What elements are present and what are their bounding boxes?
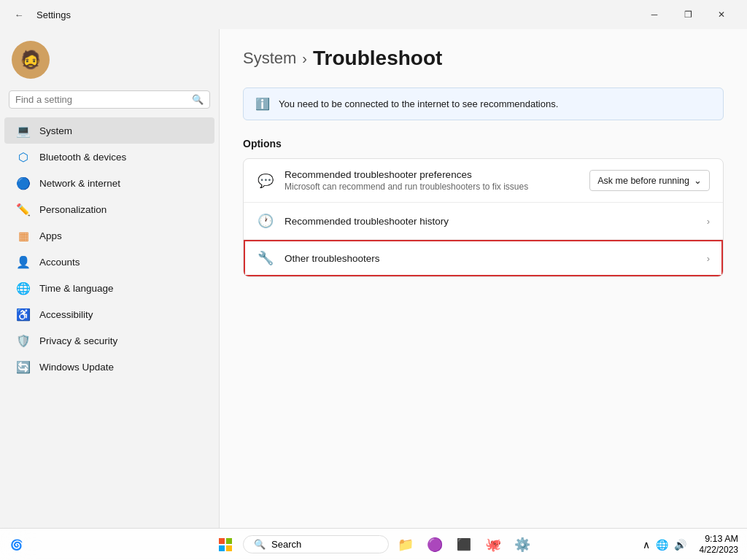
taskbar-left: 🌀: [9, 537, 24, 552]
svg-rect-0: [219, 538, 225, 544]
windows-logo-icon: [219, 538, 232, 551]
language-icon[interactable]: 🌐: [654, 537, 670, 552]
main-container: 🧔 🔍 💻 System ⬡ Bluetooth & devices 🔵 Net…: [0, 29, 747, 528]
sidebar-item-personalization[interactable]: ✏️ Personalization: [4, 196, 214, 222]
window-title: Settings: [36, 9, 71, 20]
sidebar-item-bluetooth[interactable]: ⬡ Bluetooth & devices: [4, 144, 214, 170]
clock-date: 4/22/2023: [700, 545, 738, 556]
maximize-button[interactable]: ❐: [671, 3, 705, 26]
clock-time: 9:13 AM: [700, 533, 738, 545]
chevron-down-icon: ⌄: [694, 175, 702, 186]
chevron-right-icon-2: ›: [707, 253, 710, 264]
info-icon: ℹ️: [255, 97, 270, 111]
taskbar-app-dev[interactable]: ⬛: [452, 532, 476, 557]
user-avatar-section: 🧔: [0, 35, 219, 90]
sidebar-item-update[interactable]: 🔄 Windows Update: [4, 354, 214, 380]
breadcrumb: System › Troubleshoot: [243, 47, 724, 70]
sidebar-item-accounts[interactable]: 👤 Accounts: [4, 249, 214, 275]
taskbar-app-github[interactable]: 🐙: [481, 532, 506, 557]
sidebar-item-label-privacy: Privacy & security: [39, 335, 117, 346]
time-icon: 🌐: [16, 281, 31, 295]
sidebar: 🧔 🔍 💻 System ⬡ Bluetooth & devices 🔵 Net…: [0, 29, 219, 528]
options-container: 💬 Recommended troubleshooter preferences…: [243, 158, 724, 277]
recommended-history-title: Recommended troubleshooter history: [285, 216, 697, 227]
search-icon: 🔍: [192, 94, 204, 105]
taskbar-right: ∧ 🌐 🔊 9:13 AM 4/22/2023: [641, 533, 738, 556]
back-button[interactable]: ←: [9, 4, 29, 25]
option-recommended-history[interactable]: 🕐 Recommended troubleshooter history ›: [244, 203, 723, 240]
option-recommended-prefs[interactable]: 💬 Recommended troubleshooter preferences…: [244, 159, 723, 203]
close-button[interactable]: ✕: [705, 3, 738, 26]
taskbar-app-settings[interactable]: ⚙️: [510, 532, 535, 557]
taskbar: 🌀 🔍 Search 📁 🟣 ⬛ 🐙 ⚙️ ∧ 🌐 🔊: [0, 528, 747, 560]
privacy-icon: 🛡️: [16, 333, 31, 348]
sidebar-item-label-accounts: Accounts: [39, 257, 80, 268]
sidebar-item-network[interactable]: 🔵 Network & internet: [4, 170, 214, 196]
ask-before-running-dropdown[interactable]: Ask me before running ⌄: [589, 170, 710, 191]
other-troubleshooters-content: Other troubleshooters: [285, 253, 697, 264]
accessibility-icon: ♿: [16, 307, 31, 322]
start-button[interactable]: [212, 532, 239, 558]
settings-search-box[interactable]: 🔍: [9, 90, 210, 109]
bluetooth-icon: ⬡: [16, 149, 31, 164]
system-clock[interactable]: 9:13 AM 4/22/2023: [700, 533, 738, 556]
breadcrumb-separator: ›: [302, 50, 307, 67]
taskbar-center: 🔍 Search 📁 🟣 ⬛ 🐙 ⚙️: [212, 532, 535, 558]
info-banner: ℹ️ You need to be connected to the inter…: [243, 88, 724, 120]
recommended-history-content: Recommended troubleshooter history: [285, 216, 697, 227]
recommended-prefs-content: Recommended troubleshooter preferences M…: [285, 169, 579, 192]
svg-rect-3: [226, 545, 232, 551]
sidebar-item-label-apps: Apps: [39, 230, 62, 241]
taskbar-app-teams[interactable]: 🟣: [422, 532, 447, 557]
taskbar-search-label: Search: [271, 539, 301, 550]
taskbar-search-icon: 🔍: [254, 539, 266, 550]
sidebar-item-label-time: Time & language: [39, 283, 114, 294]
sidebar-item-label-personalization: Personalization: [39, 204, 107, 215]
accounts-icon: 👤: [16, 254, 31, 269]
breadcrumb-current: Troubleshoot: [313, 47, 442, 70]
sidebar-item-label-network: Network & internet: [39, 178, 120, 189]
svg-rect-2: [219, 545, 225, 551]
personalization-icon: ✏️: [16, 202, 31, 217]
taskbar-search-bar[interactable]: 🔍 Search: [243, 535, 389, 553]
network-icon: 🔵: [16, 176, 31, 190]
wrench-icon: 🔧: [257, 250, 274, 266]
minimize-button[interactable]: ─: [638, 3, 671, 26]
update-icon: 🔄: [16, 359, 31, 374]
sidebar-item-time[interactable]: 🌐 Time & language: [4, 275, 214, 301]
history-icon: 🕐: [257, 213, 274, 229]
sidebar-item-system[interactable]: 💻 System: [4, 117, 214, 144]
info-text: You need to be connected to the internet…: [279, 98, 558, 109]
taskbar-edge-icon[interactable]: 🌀: [9, 537, 24, 552]
dropdown-label: Ask me before running: [597, 176, 689, 186]
other-troubleshooters-title: Other troubleshooters: [285, 253, 697, 264]
nav-list: 💻 System ⬡ Bluetooth & devices 🔵 Network…: [0, 117, 219, 380]
sidebar-item-label-bluetooth: Bluetooth & devices: [39, 152, 126, 163]
titlebar: ← Settings ─ ❐ ✕: [0, 0, 747, 29]
content-area: System › Troubleshoot ℹ️ You need to be …: [219, 29, 747, 528]
system-tray: ∧ 🌐 🔊: [641, 537, 688, 552]
sidebar-item-apps[interactable]: ▦ Apps: [4, 222, 214, 249]
apps-icon: ▦: [16, 228, 31, 243]
recommended-prefs-subtitle: Microsoft can recommend and run troubles…: [285, 182, 579, 192]
options-label: Options: [243, 138, 724, 149]
tray-arrow-icon[interactable]: ∧: [641, 537, 651, 552]
sidebar-item-privacy[interactable]: 🛡️ Privacy & security: [4, 327, 214, 354]
system-icon: 💻: [16, 123, 31, 138]
taskbar-app-files[interactable]: 📁: [393, 532, 418, 557]
recommended-prefs-icon: 💬: [257, 173, 274, 189]
sidebar-item-label-system: System: [39, 125, 72, 136]
avatar: 🧔: [12, 41, 50, 79]
option-other-troubleshooters[interactable]: 🔧 Other troubleshooters ›: [244, 240, 723, 276]
sidebar-item-label-accessibility: Accessibility: [39, 309, 93, 320]
settings-search-input[interactable]: [15, 94, 187, 105]
recommended-prefs-title: Recommended troubleshooter preferences: [285, 169, 579, 180]
window-controls: ─ ❐ ✕: [638, 3, 738, 26]
chevron-right-icon: ›: [707, 216, 710, 227]
sidebar-item-label-update: Windows Update: [39, 362, 114, 373]
sidebar-item-accessibility[interactable]: ♿ Accessibility: [4, 301, 214, 327]
volume-icon[interactable]: 🔊: [673, 537, 688, 552]
svg-rect-1: [226, 538, 232, 544]
breadcrumb-parent: System: [243, 49, 296, 68]
